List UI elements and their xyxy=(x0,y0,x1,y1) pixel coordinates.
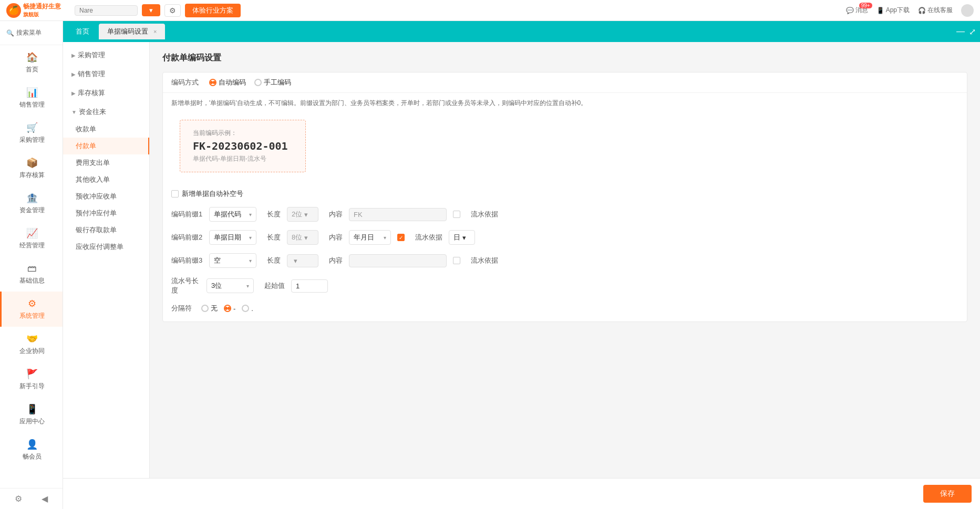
stock-arrow: ▶ xyxy=(71,90,76,96)
sidebar-item-sales[interactable]: 📊 销售管理 xyxy=(0,80,63,116)
search-menu-btn[interactable]: 🔍 搜索菜单 xyxy=(4,26,58,39)
trial-btn[interactable]: 体验行业方案 xyxy=(185,4,241,17)
sep-none[interactable]: 无 xyxy=(201,304,218,313)
left-nav-item-advance-pay[interactable]: 预付冲应付单 xyxy=(63,205,149,222)
preview-code: FK-20230602-001 xyxy=(193,140,293,152)
left-nav-item-payment[interactable]: 付款单 xyxy=(63,138,149,154)
message-icon: 💬 xyxy=(846,7,854,14)
form-section: 新增单据自动补空号 编码前缀1 单据代码 ▾ 长度 2位 xyxy=(163,181,967,313)
sidebar-collapse-btn[interactable]: ◀ xyxy=(42,494,48,504)
encode-desc: 新增单据时，'单据编码'自动生成，不可编辑。前缀设置为部门、业务员等档案类，开单… xyxy=(163,93,967,113)
prefix1-length-label: 长度 xyxy=(267,210,281,219)
download-btn[interactable]: 📱 App下载 xyxy=(876,6,910,15)
prefix1-arrow: ▾ xyxy=(249,212,252,217)
sidebar-item-system[interactable]: ⚙ 系统管理 xyxy=(0,292,63,327)
tab-maximize-btn[interactable]: ⤢ xyxy=(969,27,976,37)
page-content: 付款单编码设置 编码方式 自动编码 xyxy=(150,42,980,478)
member-icon: 👤 xyxy=(26,439,38,450)
sep-hyphen[interactable]: - xyxy=(224,305,235,313)
prefix2-content-select[interactable]: 年月日 ▾ xyxy=(349,230,391,245)
prefix2-day-select[interactable]: 日 ▾ xyxy=(449,230,475,245)
encode-mode-radio-group: 自动编码 手工编码 xyxy=(209,78,291,87)
logo-icon: 🍊 xyxy=(6,3,21,18)
prefix1-serial-checkbox[interactable] xyxy=(453,211,460,218)
sep-dot[interactable]: . xyxy=(242,305,253,313)
encode-mode-row: 编码方式 自动编码 手工编码 xyxy=(163,72,967,93)
sidebar-settings-btn[interactable]: ⚙ xyxy=(15,494,22,504)
preview-area: 当前编码示例： FK-20230602-001 单据代码-单据日期-流水号 xyxy=(163,113,967,181)
auto-encode-radio[interactable]: 自动编码 xyxy=(209,78,246,87)
sidebar-item-basic[interactable]: 🗃 基础信息 xyxy=(0,256,63,292)
encode-settings-card: 编码方式 自动编码 手工编码 xyxy=(162,72,967,322)
start-value-input[interactable] xyxy=(291,279,328,293)
funds-arrow: ▼ xyxy=(71,109,77,115)
app-name: 畅捷通好生意 xyxy=(23,2,61,11)
save-button[interactable]: 保存 xyxy=(923,485,972,503)
sidebar-item-operations[interactable]: 📈 经营管理 xyxy=(0,221,63,256)
operations-icon: 📈 xyxy=(26,227,38,239)
breadcrumb-input[interactable] xyxy=(75,5,138,16)
main-area: 首页 单据编码设置 × — ⤢ ▶ 采购管理 xyxy=(63,21,980,509)
tab-home[interactable]: 首页 xyxy=(67,24,98,39)
sidebar-search-area: 🔍 搜索菜单 xyxy=(0,21,63,45)
settings-btn[interactable]: ⚙ xyxy=(164,4,181,17)
prefix1-serial-label: 流水依据 xyxy=(471,210,498,219)
prefix2-serial-checkbox[interactable]: ✓ xyxy=(397,234,405,241)
avatar[interactable] xyxy=(961,4,974,17)
left-nav-item-expense[interactable]: 费用支出单 xyxy=(63,154,149,171)
left-nav-item-other-income[interactable]: 其他收入单 xyxy=(63,171,149,188)
sidebar-bottom: ⚙ ◀ xyxy=(0,488,63,509)
preview-desc: 单据代码-单据日期-流水号 xyxy=(193,154,293,163)
auto-fill-checkbox[interactable] xyxy=(171,190,179,198)
spacer xyxy=(162,330,967,435)
left-nav-item-bank-deposit[interactable]: 银行存取款单 xyxy=(63,222,149,238)
prefix3-select[interactable]: 空 ▾ xyxy=(209,253,256,268)
sidebar-item-purchase[interactable]: 🛒 采购管理 xyxy=(0,116,63,151)
sidebar-item-finance[interactable]: 🏦 资金管理 xyxy=(0,186,63,221)
prefix3-length-label: 长度 xyxy=(267,256,281,265)
sidebar-item-member[interactable]: 👤 畅会员 xyxy=(0,432,63,468)
service-icon: 🎧 xyxy=(918,7,926,14)
left-nav-group-funds: ▼ 资金往来 收款单 付款单 费用支出单 其他收入单 预收冲应收单 预付冲应付单… xyxy=(63,103,149,255)
left-nav-item-advance-ap[interactable]: 预收冲应收单 xyxy=(63,188,149,205)
sidebar-item-appcenter[interactable]: 📱 应用中心 xyxy=(0,397,63,432)
dropdown-btn[interactable]: ▾ xyxy=(142,4,160,16)
left-nav-item-receipt[interactable]: 收款单 xyxy=(63,121,149,138)
left-nav-group-funds-title[interactable]: ▼ 资金往来 xyxy=(63,103,149,121)
guide-icon: 🚩 xyxy=(26,368,38,380)
left-nav-group-purchase-title[interactable]: ▶ 采购管理 xyxy=(63,46,149,64)
prefix3-serial-checkbox[interactable] xyxy=(453,257,460,264)
page-footer: 保存 xyxy=(63,478,980,509)
prefix1-label: 编码前缀1 xyxy=(171,210,203,219)
serial-length-select[interactable]: 3位 ▾ xyxy=(207,278,254,293)
prefix1-length-select: 2位 ▾ xyxy=(287,207,318,222)
prefix2-select[interactable]: 单据日期 ▾ xyxy=(209,230,256,245)
prefix3-row: 编码前缀3 空 ▾ 长度 ▾ 内容 xyxy=(171,253,958,268)
manual-encode-dot xyxy=(254,79,262,86)
tab-close-btn[interactable]: × xyxy=(153,28,157,35)
sidebar: 🔍 搜索菜单 🏠 首页 📊 销售管理 🛒 采购管理 📦 库存核算 🏦 资金管理 … xyxy=(0,21,63,509)
left-nav-group-sales: ▶ 销售管理 xyxy=(63,65,149,83)
system-icon: ⚙ xyxy=(26,298,38,309)
prefix3-arrow: ▾ xyxy=(249,258,252,264)
finance-icon: 🏦 xyxy=(26,192,38,204)
sales-icon: 📊 xyxy=(26,87,38,98)
page-title: 付款单编码设置 xyxy=(162,53,967,64)
tab-active[interactable]: 单据编码设置 × xyxy=(99,24,165,39)
sidebar-item-home[interactable]: 🏠 首页 xyxy=(0,45,63,80)
manual-encode-radio[interactable]: 手工编码 xyxy=(254,78,291,87)
service-btn[interactable]: 🎧 在线客服 xyxy=(918,6,953,15)
sidebar-item-guide[interactable]: 🚩 新手引导 xyxy=(0,362,63,397)
prefix2-arrow: ▾ xyxy=(249,235,252,241)
message-btn[interactable]: 💬 消息 99+ xyxy=(846,6,868,15)
sidebar-item-inventory[interactable]: 📦 库存核算 xyxy=(0,151,63,186)
prefix1-select[interactable]: 单据代码 ▾ xyxy=(209,207,256,222)
left-nav-group-stock-title[interactable]: ▶ 库存核算 xyxy=(63,84,149,102)
sidebar-item-enterprise[interactable]: 🤝 企业协同 xyxy=(0,327,63,362)
tab-minimize-btn[interactable]: — xyxy=(956,27,965,37)
left-nav-group-sales-title[interactable]: ▶ 销售管理 xyxy=(63,65,149,83)
left-nav-item-ar-ap-adjust[interactable]: 应收应付调整单 xyxy=(63,238,149,255)
enterprise-icon: 🤝 xyxy=(26,333,38,345)
serial-length-arrow: ▾ xyxy=(246,283,249,289)
sep-label: 分隔符 xyxy=(171,304,195,313)
